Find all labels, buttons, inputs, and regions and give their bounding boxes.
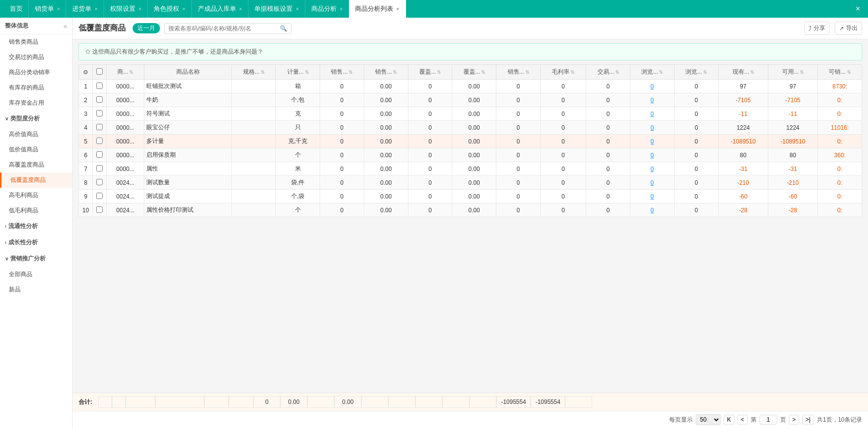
nav-template-settings[interactable]: 单据模板设置 × bbox=[248, 0, 305, 18]
col-sales-qty[interactable]: 销售...⇅ bbox=[320, 65, 364, 80]
table-row: 7 0000... 属性 米 0 0.00 0 0.00 0 0 0 0 0 -… bbox=[79, 162, 862, 176]
col-checkbox-header[interactable] bbox=[93, 65, 107, 80]
select-all-checkbox[interactable] bbox=[96, 68, 103, 75]
row-browse1[interactable]: 0 bbox=[630, 162, 675, 176]
nav-product-inbound[interactable]: 产成品入库单 × bbox=[192, 0, 248, 18]
row-stock-current: 80 bbox=[718, 148, 768, 162]
sidebar-item-new-goods[interactable]: 新品 bbox=[0, 282, 72, 297]
page-input[interactable] bbox=[760, 415, 777, 425]
col-cover1[interactable]: 覆盖...⇅ bbox=[408, 65, 452, 80]
nav-sales-order[interactable]: 销货单 × bbox=[29, 0, 66, 18]
sidebar-item-high-margin[interactable]: 高毛利商品 bbox=[0, 188, 72, 203]
col-unit[interactable]: 计量...⇅ bbox=[276, 65, 320, 80]
share-button[interactable]: ⤴ 分享 bbox=[804, 22, 830, 35]
row-browse1[interactable]: 0 bbox=[630, 135, 675, 148]
nav-close-analysis[interactable]: × bbox=[340, 6, 343, 12]
sidebar-section-type-analysis[interactable]: ∨ 类型度分析 bbox=[0, 111, 72, 127]
nav-close-permission[interactable]: × bbox=[138, 6, 141, 12]
row-browse1[interactable]: 0 bbox=[630, 190, 675, 203]
nav-close-role[interactable]: × bbox=[182, 6, 185, 12]
nav-product-analysis-list[interactable]: 商品分析列表 × bbox=[349, 0, 406, 18]
sidebar-item-sales-goods[interactable]: 销售类商品 bbox=[0, 34, 72, 50]
col-spec[interactable]: 规格...⇅ bbox=[232, 65, 276, 80]
col-code[interactable]: 商...⇅ bbox=[107, 65, 144, 80]
nav-close-sales[interactable]: × bbox=[57, 6, 60, 12]
row-num: 4 bbox=[79, 121, 93, 135]
col-stock-current[interactable]: 现有...⇅ bbox=[718, 65, 768, 80]
row-checkbox[interactable] bbox=[93, 162, 107, 176]
nav-role-auth[interactable]: 角色授权 × bbox=[148, 0, 191, 18]
sidebar-item-category-rate[interactable]: 商品分类动销率 bbox=[0, 65, 72, 80]
col-name[interactable]: 商品名称 bbox=[144, 65, 232, 80]
next-page-btn[interactable]: > bbox=[789, 415, 799, 425]
row-checkbox[interactable] bbox=[93, 135, 107, 148]
per-page-select[interactable]: 50 100 200 bbox=[696, 414, 721, 425]
col-gross-margin[interactable]: 毛利率⇅ bbox=[541, 65, 586, 80]
row-checkbox[interactable] bbox=[93, 107, 107, 121]
sidebar-item-low-margin[interactable]: 低毛利商品 bbox=[0, 203, 72, 218]
col-trade[interactable]: 交易...⇅ bbox=[586, 65, 630, 80]
col-stock-sale[interactable]: 可销...⇅ bbox=[817, 65, 862, 80]
prev-page-btn[interactable]: < bbox=[737, 415, 748, 425]
col-sales-amt[interactable]: 销售...⇅ bbox=[364, 65, 408, 80]
row-browse2: 0 bbox=[674, 176, 718, 190]
col-cover2[interactable]: 覆盖...⇅ bbox=[452, 65, 496, 80]
row-browse1[interactable]: 0 bbox=[630, 80, 675, 93]
row-num: 2 bbox=[79, 93, 93, 107]
first-page-btn[interactable]: K bbox=[724, 415, 734, 425]
sidebar-item-stock-capital[interactable]: 库存资金占用 bbox=[0, 95, 72, 111]
nav-close-analysis-list[interactable]: × bbox=[396, 6, 399, 12]
nav-home[interactable]: 首页 bbox=[4, 0, 29, 18]
sidebar-section-marketing[interactable]: ∨ 营销推广分析 bbox=[0, 251, 72, 267]
col-settings[interactable]: ⚙ bbox=[79, 65, 93, 80]
row-checkbox[interactable] bbox=[93, 203, 107, 217]
row-checkbox[interactable] bbox=[93, 190, 107, 203]
row-checkbox[interactable] bbox=[93, 121, 107, 135]
col-stock-avail[interactable]: 可用...⇅ bbox=[768, 65, 817, 80]
col-browse2[interactable]: 浏览...⇅ bbox=[674, 65, 718, 80]
row-name: 符号测试 bbox=[144, 107, 232, 121]
row-checkbox[interactable] bbox=[93, 176, 107, 190]
search-input[interactable] bbox=[168, 25, 280, 32]
sidebar-item-stocked-goods[interactable]: 有库存的商品 bbox=[0, 80, 72, 95]
nav-permission[interactable]: 权限设置 × bbox=[104, 0, 148, 18]
row-browse1[interactable]: 0 bbox=[630, 107, 675, 121]
row-checkbox[interactable] bbox=[93, 93, 107, 107]
col-browse1[interactable]: 浏览...⇅ bbox=[630, 65, 675, 80]
section-arrow-liquidity: › bbox=[5, 224, 6, 229]
row-browse1[interactable]: 0 bbox=[630, 203, 675, 217]
filter-btn[interactable]: 近一月 bbox=[133, 23, 160, 33]
per-page-label: 每页显示 bbox=[669, 416, 693, 424]
row-sales3: 0 bbox=[496, 93, 541, 107]
sidebar-collapse-btn[interactable]: « bbox=[63, 22, 67, 30]
row-checkbox[interactable] bbox=[93, 80, 107, 93]
row-browse2: 0 bbox=[674, 135, 718, 148]
sidebar-item-low-value[interactable]: 低价值商品 bbox=[0, 142, 72, 157]
sidebar-section-growth[interactable]: › 成长性分析 bbox=[0, 234, 72, 251]
row-spec bbox=[232, 148, 276, 162]
sidebar-item-all-goods[interactable]: 全部商品 bbox=[0, 267, 72, 282]
sidebar-item-traded-goods[interactable]: 交易过的商品 bbox=[0, 50, 72, 65]
nav-purchase-order[interactable]: 进货单 × bbox=[66, 0, 104, 18]
table-row: 8 0024... 测试数量 袋,件 0 0.00 0 0.00 0 0 0 0… bbox=[79, 176, 862, 190]
export-button[interactable]: ↗ 导出 bbox=[835, 22, 862, 35]
nav-product-analysis[interactable]: 商品分析 × bbox=[305, 0, 349, 18]
sidebar-item-low-coverage[interactable]: 低覆盖度商品 bbox=[0, 172, 72, 188]
row-browse1[interactable]: 0 bbox=[630, 121, 675, 135]
sidebar-item-high-coverage[interactable]: 高覆盖度商品 bbox=[0, 157, 72, 172]
search-icon[interactable]: 🔍 bbox=[280, 25, 287, 32]
sidebar-section-liquidity[interactable]: › 流通性分析 bbox=[0, 218, 72, 234]
row-browse1[interactable]: 0 bbox=[630, 148, 675, 162]
nav-close-template[interactable]: × bbox=[296, 6, 298, 12]
nav-close-product-inbound[interactable]: × bbox=[239, 6, 242, 12]
row-browse1[interactable]: 0 bbox=[630, 93, 675, 107]
row-browse1[interactable]: 0 bbox=[630, 176, 675, 190]
col-sales3[interactable]: 销售...⇅ bbox=[496, 65, 541, 80]
nav-close-purchase[interactable]: × bbox=[94, 6, 97, 12]
row-browse2: 0 bbox=[674, 107, 718, 121]
row-checkbox[interactable] bbox=[93, 148, 107, 162]
last-page-btn[interactable]: >| bbox=[802, 415, 814, 425]
nav-close-all[interactable]: × bbox=[852, 4, 864, 13]
footer-summary: 合计: 0 0.00 0.00 -1095554 -1095554 bbox=[73, 393, 868, 411]
sidebar-item-high-value[interactable]: 高价值商品 bbox=[0, 127, 72, 142]
